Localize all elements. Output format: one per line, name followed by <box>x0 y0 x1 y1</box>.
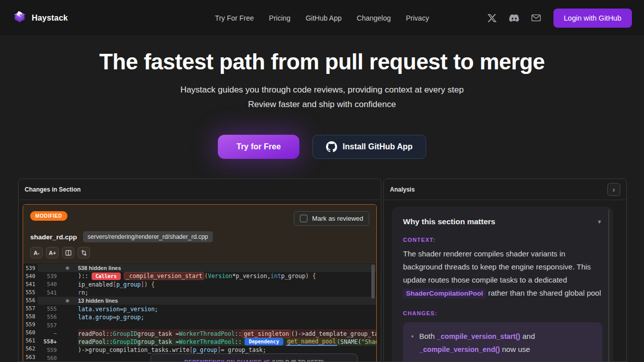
diff-row[interactable]: 556lata.group = p_group; <box>38 313 377 321</box>
changes-panel-title: Changes in Section <box>25 186 80 193</box>
changes-panel: Changes in Section MODIFIED Mark as revi… <box>18 178 381 362</box>
old-line-number: 560 <box>26 328 38 336</box>
install-github-app-button[interactable]: Install GitHub App <box>312 135 426 159</box>
bullet-text-1: Both <box>419 332 437 340</box>
old-line-number: 555 <box>26 288 38 296</box>
old-line-number: 539 <box>26 264 38 272</box>
x-twitter-icon[interactable] <box>487 13 497 23</box>
code-token: = group_task; <box>221 346 266 353</box>
line-number: 556 <box>38 314 57 320</box>
line-number: 541 <box>38 290 57 296</box>
old-line-number: 559 <box>26 320 38 328</box>
old-line-number: 541 <box>26 280 38 288</box>
hero-section: The fastest path from pull request to me… <box>0 36 644 159</box>
collapse-triangle-icon[interactable]: ▼ <box>597 219 602 225</box>
hidden-lines-row: 13 hidden lines <box>78 297 377 305</box>
code-token: ( <box>337 338 341 345</box>
discord-icon[interactable] <box>509 13 519 23</box>
code-token: :: <box>235 338 242 345</box>
context-paragraph: The shader renderer compiles shader vari… <box>403 247 602 300</box>
diff-row[interactable]: 555lata.version = p_version; <box>38 305 377 313</box>
code-token: lata.version <box>78 306 120 313</box>
bullet-code-1[interactable]: _compile_version_start() <box>437 332 520 340</box>
hero-subtitle-line2: Review faster and ship with confidence <box>0 97 644 112</box>
diff-row[interactable]: 539):: Callers_compile_version_start(Ver… <box>38 272 377 280</box>
code-token: :: <box>235 330 242 337</box>
diff-row[interactable]: −readPool::GroupID group_task = WorkerTh… <box>38 329 377 337</box>
analysis-panel-title: Analysis <box>390 186 415 193</box>
diff-row[interactable]: 540ip_enabled[p_group]) { <box>38 281 377 289</box>
login-github-button[interactable]: Login with GitHub <box>553 9 632 28</box>
diff-row[interactable]: ❄13 hidden lines <box>38 297 377 305</box>
code-token: ] <box>141 281 144 288</box>
analysis-scrollbar[interactable] <box>608 210 609 362</box>
file-path-chip[interactable]: servers/rendering/renderer_rd/shader_rd.… <box>83 231 212 242</box>
brand[interactable]: Haystack <box>12 10 68 27</box>
code-scrollbar-thumb[interactable] <box>371 264 375 299</box>
code-token: = <box>113 314 116 321</box>
context-code-chip[interactable]: ShaderCompilationPool <box>403 289 486 298</box>
nav-link[interactable]: GitHub App <box>305 14 342 22</box>
analysis-panel: Analysis › Why this section matters ▼ CO… <box>383 178 627 362</box>
email-icon[interactable] <box>531 13 541 23</box>
nav-link[interactable]: Changelog <box>357 14 391 22</box>
nav-link[interactable]: Privacy <box>406 14 429 22</box>
dependency-tooltip-label: DEPENDENCY ON CHANGE #5 <box>184 359 270 362</box>
bullet-text-2: and <box>520 332 535 340</box>
code-token: Version <box>208 273 232 280</box>
diff-row[interactable]: 541rn; <box>38 289 377 297</box>
diff-card: MODIFIED Mark as reviewed shader_rd.cpp … <box>23 204 377 362</box>
bullet-text-3: now use <box>500 345 530 353</box>
analysis-card-title: Why this section matters <box>403 217 495 226</box>
old-line-number: 561 <box>26 336 38 344</box>
code-line <box>78 321 377 329</box>
dependency-tooltip-hint: (HOLD ⌘ TO KEEP) <box>270 359 324 362</box>
code-token: p_group <box>281 273 305 280</box>
bullet-code-2[interactable]: _compile_version_end() <box>419 345 500 353</box>
code-token: ) { <box>144 281 155 288</box>
nav-link[interactable]: Try For Free <box>215 14 254 22</box>
diff-toolbar: A- A+ <box>30 247 369 258</box>
code-token: WorkerThreadPool <box>179 330 235 337</box>
font-larger-button[interactable]: A+ <box>46 247 59 258</box>
split-view-button[interactable] <box>62 247 74 258</box>
diff-rows: ❄538 hidden lines539):: Callers_compile_… <box>38 263 377 362</box>
line-number: − <box>38 330 57 337</box>
line-number: 540 <box>38 281 57 288</box>
code-diff-area[interactable]: 539540541555556557558559560561562563 ❄53… <box>23 263 376 362</box>
code-token: n; <box>82 289 89 296</box>
code-line: readPool::GroupID group_task = WorkerThr… <box>78 338 377 346</box>
nav-link[interactable]: Pricing <box>269 14 291 22</box>
code-token: readPool:: <box>78 330 113 337</box>
analysis-panel-header: Analysis › <box>384 179 626 200</box>
diff-row[interactable]: 557 <box>38 321 377 329</box>
mark-reviewed-checkbox[interactable] <box>300 215 307 222</box>
code-line: lata.version = p_version; <box>78 305 377 313</box>
code-token: r <box>78 289 82 296</box>
code-line: )->group_compilation_tasks.write[p_group… <box>78 346 377 354</box>
compare-button[interactable] <box>77 247 90 258</box>
code-token: GroupID <box>113 330 137 337</box>
dependency-badge[interactable]: Dependency <box>245 338 283 345</box>
callers-badge[interactable]: Callers <box>92 273 121 280</box>
diff-row[interactable]: 558+readPool::GroupID group_task = Worke… <box>38 338 377 346</box>
hero-title: The fastest path from pull request to me… <box>0 49 644 74</box>
try-for-free-button[interactable]: Try for Free <box>218 135 299 159</box>
code-line: ip_enabled[p_group]) { <box>78 281 377 289</box>
hidden-lines-icon: ❄ <box>57 265 78 271</box>
diff-row[interactable]: ❄538 hidden lines <box>38 264 377 272</box>
code-token: "ShaderComp <box>361 338 377 345</box>
chevron-right-icon: › <box>613 186 615 193</box>
code-token: ()->add_template_group_task(thi <box>291 330 377 337</box>
code-token: lata.group <box>78 314 113 321</box>
code-line: rn; <box>78 289 377 297</box>
code-token: get_named_pool <box>286 338 337 346</box>
code-token: GroupID <box>113 338 137 345</box>
context-label: CONTEXT: <box>403 237 602 243</box>
cta-row: Try for Free Install GitHub App <box>0 135 644 159</box>
diff-row[interactable]: 559)->group_compilation_tasks.write[p_gr… <box>38 346 377 354</box>
font-smaller-button[interactable]: A- <box>30 247 43 258</box>
code-token: p_group; <box>116 314 144 321</box>
mark-as-reviewed-button[interactable]: Mark as reviewed <box>294 211 369 226</box>
expand-panel-button[interactable]: › <box>607 183 620 196</box>
